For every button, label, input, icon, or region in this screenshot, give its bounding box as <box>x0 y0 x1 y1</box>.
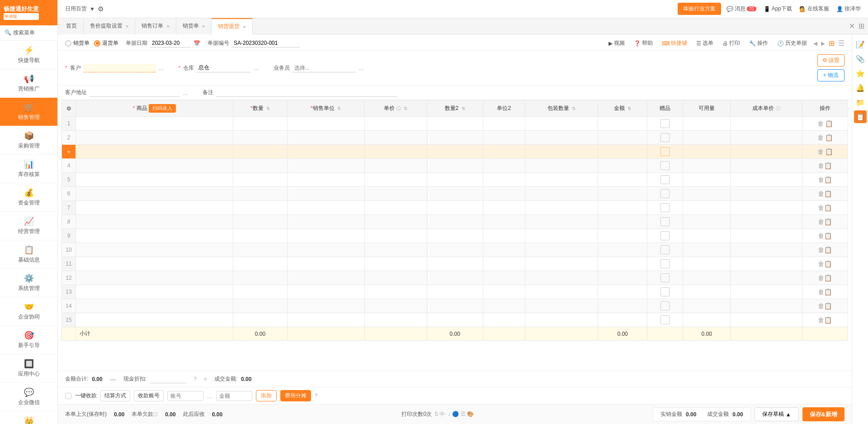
grid-view-btn[interactable]: ⊞ <box>829 39 835 48</box>
sidebar-item-operations[interactable]: 📈 经营管理 <box>0 212 57 240</box>
sidebar-item-sales[interactable]: 🛒 销售管理 <box>0 98 57 126</box>
row-1-price[interactable] <box>364 117 427 131</box>
row-13-gift-checkbox[interactable] <box>660 287 670 296</box>
row-2-price[interactable] <box>364 131 427 145</box>
row-13-copy-btn[interactable]: 📋 <box>824 288 832 295</box>
row-9-delete-btn[interactable]: 🗑 <box>818 232 824 239</box>
row-1-pack-qty[interactable] <box>525 117 598 131</box>
tab-price-settings[interactable]: 售价提取设置 × <box>84 18 135 34</box>
tab-layout-icon[interactable]: ⊞ <box>859 22 864 30</box>
save-draft-button[interactable]: 保存草稿 ▲ <box>755 407 799 421</box>
col-price-header[interactable]: 单价 ⓘ ⇅ <box>364 100 427 117</box>
payment-amount-input[interactable] <box>216 391 252 401</box>
toolbar-print-btn[interactable]: 🖨 打印 <box>720 38 743 48</box>
save-new-button[interactable]: 保存&新增 <box>802 407 844 421</box>
warehouse-input[interactable] <box>197 64 251 72</box>
row-2-pack-qty[interactable] <box>525 131 598 145</box>
row-1-qty2[interactable] <box>427 117 483 131</box>
row-8-gift-checkbox[interactable] <box>660 217 670 226</box>
toolbar-shortcut-btn[interactable]: ⌨ 快捷键 <box>659 38 690 48</box>
row-2-available[interactable] <box>683 131 731 145</box>
row-4-delete-btn[interactable]: 🗑 <box>818 162 824 169</box>
row-12-gift-checkbox[interactable] <box>660 273 670 282</box>
logistics-button[interactable]: + 物流 <box>817 69 844 81</box>
row-8-copy-btn[interactable]: 📋 <box>824 218 832 225</box>
row-4-gift-checkbox[interactable] <box>660 161 670 170</box>
row-3-pack-qty[interactable] <box>525 145 598 159</box>
row-3-gift[interactable] <box>647 145 683 159</box>
row-3-cost-price[interactable] <box>731 145 802 159</box>
app-download-button[interactable]: 📱 App下载 <box>764 5 792 13</box>
salesperson-input[interactable] <box>292 64 356 72</box>
row-6-delete-btn[interactable]: 🗑 <box>818 190 824 197</box>
address-dots[interactable]: ... <box>183 89 188 96</box>
radio-delivery[interactable]: 销货单 <box>65 39 90 47</box>
barcode-scan-btn[interactable]: 扫码录入 <box>149 104 176 113</box>
row-3-price[interactable] <box>364 145 427 159</box>
right-panel-btn-2[interactable]: 📎 <box>854 52 867 65</box>
row-14-delete-btn[interactable]: 🗑 <box>818 302 824 310</box>
sidebar-item-purchase[interactable]: 📦 采购管理 <box>0 126 57 155</box>
row-7-copy-btn[interactable]: 📋 <box>824 204 832 211</box>
tab-sales-return-close[interactable]: × <box>243 24 245 29</box>
row-2-copy-btn[interactable]: 📋 <box>825 134 833 141</box>
list-view-btn[interactable]: ☰ <box>838 39 844 48</box>
right-panel-btn-5[interactable]: 📁 <box>854 96 867 109</box>
row-9-copy-btn[interactable]: 📋 <box>824 232 832 239</box>
experience-button[interactable]: 体验行业方案 <box>678 3 721 15</box>
row-2-delete-btn[interactable]: 🗑 <box>817 134 824 141</box>
prev-record-btn[interactable]: ◀ <box>813 40 817 47</box>
sidebar-item-marketing[interactable]: 📢 营销推广 <box>0 69 57 98</box>
col-qty-header[interactable]: *数量 ⇅ <box>233 100 288 117</box>
sidebar-item-wechat[interactable]: 💬 企业微信 <box>0 383 57 411</box>
sidebar-item-inventory[interactable]: 📊 库存核算 <box>0 155 57 183</box>
row-12-copy-btn[interactable]: 📋 <box>824 274 832 281</box>
right-panel-btn-3[interactable]: ⭐ <box>854 67 867 80</box>
row-8-delete-btn[interactable]: 🗑 <box>818 218 824 225</box>
row-14-copy-btn[interactable]: 📋 <box>824 302 832 310</box>
breadcrumb-settings-icon[interactable]: ⚙ <box>98 5 104 13</box>
tab-home[interactable]: 首页 <box>60 18 84 34</box>
qty-sort-icon[interactable]: ⇅ <box>266 106 270 111</box>
question-icon[interactable]: ? <box>193 376 197 382</box>
one-click-payment-checkbox[interactable] <box>65 393 71 399</box>
tab-sales-order-close[interactable]: × <box>166 24 169 29</box>
radio-delivery-btn[interactable] <box>65 40 71 47</box>
row-5-copy-btn[interactable]: 📋 <box>824 176 832 183</box>
row-3-qty[interactable] <box>233 145 288 159</box>
row-2-cost-price[interactable] <box>731 131 802 145</box>
row-11-delete-btn[interactable]: 🗑 <box>818 260 824 267</box>
col-amount-header[interactable]: 金额 ⇅ <box>598 100 647 117</box>
row-7-delete-btn[interactable]: 🗑 <box>818 204 824 211</box>
col-unit-header[interactable]: *销售单位 ⇅ <box>287 100 364 117</box>
row-3-copy-btn[interactable]: 📋 <box>825 148 833 155</box>
row-1-available[interactable] <box>683 117 731 131</box>
row-9-gift-checkbox[interactable] <box>660 231 670 240</box>
cost-price-info-icon[interactable]: ⓘ <box>776 106 780 111</box>
row-13-delete-btn[interactable]: 🗑 <box>818 288 824 295</box>
calendar-icon[interactable]: 📅 <box>193 40 200 47</box>
sidebar-item-member[interactable]: 👑 畅会员 <box>0 411 57 424</box>
account-dots[interactable]: ... <box>207 392 212 400</box>
row-15-copy-btn[interactable]: 📋 <box>824 316 832 324</box>
row-14-gift-checkbox[interactable] <box>660 301 670 310</box>
row-1-unit[interactable] <box>287 117 364 131</box>
col-pack-qty-header[interactable]: 包装数量 ⇅ <box>525 100 598 117</box>
row-3-available[interactable] <box>683 145 731 159</box>
row-2-gift[interactable] <box>647 131 683 145</box>
tab-sales-delivery[interactable]: 销货单 × <box>176 18 212 34</box>
fee-split-btn[interactable]: 费用分摊 <box>280 390 311 401</box>
tab-price-settings-close[interactable]: × <box>126 24 128 29</box>
payment-account-input[interactable] <box>167 391 203 401</box>
row-3-delete-btn[interactable]: 🗑 <box>817 148 824 155</box>
payment-method-select[interactable]: 结算方式 <box>100 390 130 401</box>
breadcrumb-dropdown-icon[interactable]: ▼ <box>90 6 95 12</box>
sidebar-item-guide[interactable]: 🎯 新手引导 <box>0 326 57 354</box>
date-input[interactable] <box>150 39 191 48</box>
row-1-gift-checkbox[interactable] <box>660 119 670 128</box>
toolbar-history-btn[interactable]: 🕐 历史单据 <box>774 38 810 48</box>
row-3-qty2[interactable] <box>427 145 483 159</box>
row-1-product[interactable] <box>76 117 233 131</box>
right-panel-btn-1[interactable]: 📝 <box>854 38 867 51</box>
payment-account-select[interactable]: 收款账号 <box>134 390 164 401</box>
